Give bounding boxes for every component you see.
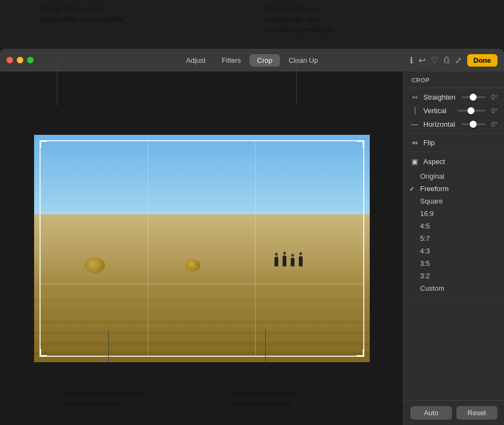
photo-wrapper bbox=[34, 135, 370, 362]
annotation-line-tr bbox=[296, 58, 297, 104]
panel-bottom: Auto Reset bbox=[404, 400, 504, 425]
vertical-label: Vertical bbox=[423, 107, 451, 115]
panel-title: CROP bbox=[404, 71, 504, 88]
aspect-35[interactable]: 3:5 bbox=[404, 257, 504, 270]
photo-area bbox=[0, 71, 403, 425]
straighten-label: Straighten bbox=[423, 93, 455, 101]
aspect-section: ▣ Aspect Original ✓ Freeform Square bbox=[404, 152, 504, 298]
aspect-custom[interactable]: Custom bbox=[404, 282, 504, 295]
aspect-square[interactable]: Square bbox=[404, 195, 504, 207]
extend-icon[interactable]: ⤢ bbox=[455, 55, 462, 66]
sky bbox=[34, 135, 370, 226]
horizontal-thumb[interactable] bbox=[470, 121, 477, 128]
tab-filters[interactable]: Filters bbox=[214, 54, 248, 67]
annotation-line-bl bbox=[108, 330, 109, 362]
nav-tabs: Adjust Filters Crop Clean Up bbox=[179, 54, 326, 67]
straighten-slider[interactable] bbox=[462, 96, 485, 98]
hay-bale-2 bbox=[185, 259, 200, 271]
done-button[interactable]: Done bbox=[467, 54, 498, 67]
straighten-icon: ⇿ bbox=[410, 93, 419, 101]
annotation-line-br bbox=[265, 330, 266, 362]
traffic-lights bbox=[6, 57, 34, 63]
annotation-top-left: Dra för att innesluta bildområdet du vil… bbox=[41, 4, 125, 25]
figure-3 bbox=[291, 258, 294, 266]
annotation-bottom-right: Beskär eller räta upp bilden automatiskt… bbox=[233, 388, 317, 409]
toolbar-right: ℹ ↩ ♡ ⎙ ⤢ Done bbox=[410, 54, 498, 67]
figure-4 bbox=[299, 256, 303, 266]
minimize-button[interactable] bbox=[17, 57, 23, 63]
maximize-button[interactable] bbox=[27, 57, 34, 63]
horizontal-icon: — bbox=[410, 120, 419, 128]
aspect-45[interactable]: 4:5 bbox=[404, 220, 504, 232]
panel-adjustments: ⇿ Straighten 0° ⏐ Vertical 0° bbox=[404, 88, 504, 134]
app-window: Adjust Filters Crop Clean Up ℹ ↩ ♡ ⎙ ⤢ D… bbox=[0, 49, 504, 425]
info-icon[interactable]: ℹ bbox=[410, 55, 413, 66]
reset-button[interactable]: Reset bbox=[456, 406, 498, 420]
main-area: CROP ⇿ Straighten 0° ⏐ Vertical bbox=[0, 71, 504, 425]
running-figures bbox=[274, 256, 303, 266]
aspect-43[interactable]: 4:3 bbox=[404, 245, 504, 257]
vertical-icon: ⏐ bbox=[410, 107, 419, 115]
right-panel: CROP ⇿ Straighten 0° ⏐ Vertical bbox=[403, 71, 504, 425]
figure-1 bbox=[274, 257, 278, 266]
aspect-57[interactable]: 5:7 bbox=[404, 232, 504, 245]
figure-2 bbox=[283, 256, 286, 266]
straighten-thumb[interactable] bbox=[470, 94, 477, 101]
auto-button[interactable]: Auto bbox=[410, 406, 452, 420]
tab-crop[interactable]: Crop bbox=[250, 54, 280, 67]
vertical-value: 0° bbox=[492, 107, 498, 115]
flip-label: Flip bbox=[423, 139, 498, 147]
aspect-freeform[interactable]: ✓ Freeform bbox=[404, 182, 504, 195]
check-freeform: ✓ bbox=[409, 185, 417, 193]
horizontal-value: 0° bbox=[492, 121, 498, 128]
horizontal-slider[interactable] bbox=[462, 123, 485, 125]
aspect-header[interactable]: ▣ Aspect bbox=[404, 154, 504, 169]
horizontal-label: Horizontal bbox=[423, 120, 455, 128]
tab-cleanup[interactable]: Clean Up bbox=[281, 54, 325, 67]
photo-background bbox=[34, 135, 370, 362]
vertical-row[interactable]: ⏐ Vertical 0° bbox=[404, 104, 504, 117]
annotation-bottom-left: Dra för att ändra vilken del av bilden s… bbox=[62, 388, 146, 409]
flip-row[interactable]: ⇔ Flip bbox=[404, 136, 504, 149]
straighten-value: 0° bbox=[492, 94, 498, 101]
aspect-32[interactable]: 3:2 bbox=[404, 270, 504, 282]
aspect-list: Original ✓ Freeform Square 16:9 bbox=[404, 169, 504, 296]
revert-icon[interactable]: ↩ bbox=[418, 55, 426, 66]
vertical-thumb[interactable] bbox=[468, 107, 475, 114]
hay-bale-1 bbox=[84, 257, 105, 273]
close-button[interactable] bbox=[6, 57, 13, 63]
annotation-line-tl bbox=[57, 60, 57, 106]
aspect-169[interactable]: 16:9 bbox=[404, 207, 504, 220]
annotation-top-right: Klicka för att visa beskärnings- och upp… bbox=[265, 4, 349, 35]
field-stripes bbox=[34, 226, 370, 362]
titlebar: Adjust Filters Crop Clean Up ℹ ↩ ♡ ⎙ ⤢ D… bbox=[0, 49, 504, 71]
share-icon[interactable]: ⎙ bbox=[444, 55, 449, 65]
flip-icon: ⇔ bbox=[410, 139, 419, 147]
heart-icon[interactable]: ♡ bbox=[431, 55, 438, 66]
aspect-original[interactable]: Original bbox=[404, 170, 504, 182]
tab-adjust[interactable]: Adjust bbox=[179, 54, 213, 67]
flip-section: ⇔ Flip bbox=[404, 134, 504, 152]
horizontal-row[interactable]: — Horizontal 0° bbox=[404, 117, 504, 131]
aspect-icon: ▣ bbox=[410, 158, 419, 166]
straighten-row[interactable]: ⇿ Straighten 0° bbox=[404, 90, 504, 104]
vertical-slider[interactable] bbox=[457, 110, 485, 112]
aspect-label: Aspect bbox=[423, 158, 498, 166]
